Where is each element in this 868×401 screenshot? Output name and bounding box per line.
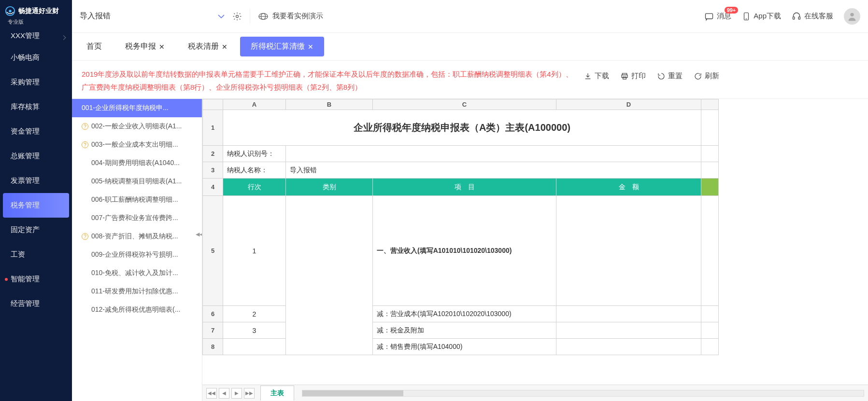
sidebar-item-purchase[interactable]: 采购管理 [0, 70, 72, 95]
sidebar-item-tax[interactable]: 税务管理 [3, 193, 69, 218]
tree-item-003[interactable]: ?003-一般企业成本支出明细... [72, 136, 202, 154]
tab-income-tax-settle[interactable]: 所得税汇算清缴 ✕ [240, 37, 324, 56]
cell-amount-2[interactable] [556, 306, 701, 322]
sidebar-item-smart[interactable]: 智能管理 [0, 267, 72, 291]
svg-rect-9 [793, 16, 795, 19]
sheet-nav-last[interactable]: ▶▶ [244, 388, 255, 399]
headset-icon [792, 12, 801, 21]
form-tree: 001-企业所得税年度纳税申... ?002-一般企业收入明细表(A1... ?… [72, 99, 202, 401]
tree-item-009[interactable]: 009-企业所得税弥补亏损明... [72, 246, 202, 264]
sidebar-item-invoice[interactable]: 发票管理 [0, 168, 72, 193]
print-button[interactable]: 打印 [621, 71, 646, 81]
company-selector[interactable]: 导入报错 [80, 11, 225, 21]
sheet-nav-next[interactable]: ▶ [231, 388, 242, 399]
cell-line-2[interactable]: 2 [223, 306, 286, 322]
taxpayer-id-label[interactable]: 纳税人识别号： [223, 146, 286, 162]
messages-badge: 99+ [725, 7, 739, 14]
sidebar-item-salary[interactable]: 工资 [0, 242, 72, 267]
col-head-c[interactable]: C [373, 99, 556, 110]
row-head-8[interactable]: 8 [203, 339, 223, 355]
cell-amount-4[interactable] [556, 339, 701, 355]
cell-line-3[interactable]: 3 [223, 322, 286, 339]
cell-line-1[interactable]: 1 [223, 196, 286, 306]
row-head-4[interactable]: 4 [203, 179, 223, 196]
tree-item-001[interactable]: 001-企业所得税年度纳税申... [72, 99, 202, 117]
sidebar-item-0[interactable]: XXX管理 [0, 29, 72, 45]
cell-item-2[interactable]: 减：营业成本(填写A102010\102020\103000) [373, 306, 556, 322]
taxpayer-name-label[interactable]: 纳税人名称： [223, 162, 286, 179]
tab-home[interactable]: 首页 [76, 37, 113, 56]
cell-line-4[interactable] [223, 339, 286, 355]
app-download-button[interactable]: App下载 [742, 12, 781, 21]
help-icon[interactable]: ? [82, 141, 88, 148]
divider [250, 9, 250, 24]
taxpayer-name-value[interactable]: 导入报错 [286, 162, 701, 179]
refresh-button[interactable]: 刷新 [694, 71, 719, 81]
header-line[interactable]: 行次 [223, 179, 286, 196]
cell-item-3[interactable]: 减：税金及附加 [373, 322, 556, 339]
tree-item-012[interactable]: 012-减免所得税优惠明细表(... [72, 301, 202, 319]
sidebar-item-assets[interactable]: 固定资产 [0, 218, 72, 242]
sheet-nav-prev[interactable]: ◀ [219, 388, 229, 399]
topbar: 导入报错 我要看实例演示 消息 [72, 0, 868, 33]
download-button[interactable]: 下载 [584, 71, 609, 81]
tab-tax-list[interactable]: 税表清册 ✕ [177, 37, 238, 56]
header-category[interactable]: 类别 [286, 179, 373, 196]
svg-point-1 [9, 10, 12, 13]
row-head-5[interactable]: 5 [203, 196, 223, 306]
tree-item-008[interactable]: ?008-资产折旧、摊销及纳税... [72, 227, 202, 246]
logo-icon [5, 6, 15, 16]
tree-item-002[interactable]: ?002-一般企业收入明细表(A1... [72, 117, 202, 136]
cell-amount-3[interactable] [556, 322, 701, 339]
cell-item-1[interactable]: 一、营业收入(填写A101010\101020\103000) [373, 196, 556, 306]
cell-amount-1[interactable] [556, 196, 701, 306]
header-amount[interactable]: 金 额 [556, 179, 701, 196]
tree-item-011[interactable]: 011-研发费用加计扣除优惠... [72, 282, 202, 301]
row-head-7[interactable]: 7 [203, 322, 223, 339]
row-head-6[interactable]: 6 [203, 306, 223, 322]
sheet-nav-first[interactable]: ◀◀ [206, 388, 217, 399]
close-icon[interactable]: ✕ [308, 43, 313, 51]
sheet-grid[interactable]: A B C D 1 企业所得税年度纳税申报表（A类）主表(A100000) [202, 99, 868, 385]
tree-item-005[interactable]: 005-纳税调整项目明细表(A1... [72, 172, 202, 191]
sheet-tab-main[interactable]: 主表 [260, 386, 294, 401]
close-icon[interactable]: ✕ [159, 43, 165, 51]
cell-category[interactable] [286, 196, 373, 355]
col-head-d[interactable]: D [556, 99, 701, 110]
sheet-title[interactable]: 企业所得税年度纳税申报表（A类）主表(A100000) [223, 110, 701, 146]
reset-button[interactable]: 重置 [657, 71, 683, 81]
col-head-extra[interactable] [701, 99, 719, 110]
support-button[interactable]: 在线客服 [792, 12, 833, 21]
row-head-2[interactable]: 2 [203, 146, 223, 162]
corner-cell[interactable] [203, 99, 223, 110]
collapse-handle[interactable]: ◀◀ [197, 224, 202, 244]
spreadsheet: A B C D 1 企业所得税年度纳税申报表（A类）主表(A100000) [202, 99, 868, 401]
gear-icon[interactable] [232, 12, 242, 21]
row-head-3[interactable]: 3 [203, 162, 223, 179]
help-icon[interactable]: ? [82, 123, 88, 130]
toolbar: 2019年度涉及取以前年度结转数据的申报表单元格需要手工维护正确，才能保证本年及… [72, 61, 868, 98]
sidebar-item-operation[interactable]: 经营管理 [0, 291, 72, 316]
tree-item-007[interactable]: 007-广告费和业务宣传费跨... [72, 209, 202, 227]
row-head-1[interactable]: 1 [203, 110, 223, 146]
taxpayer-id-value[interactable] [286, 146, 701, 162]
tree-item-006[interactable]: 006-职工薪酬纳税调整明细... [72, 191, 202, 209]
sidebar-item-ledger[interactable]: 总账管理 [0, 144, 72, 168]
cell-item-4[interactable]: 减：销售费用(填写A104000) [373, 339, 556, 355]
messages-button[interactable]: 消息 99+ [704, 12, 731, 21]
main-area: 导入报错 我要看实例演示 消息 [72, 0, 868, 401]
avatar[interactable] [844, 8, 860, 25]
help-icon[interactable]: ? [82, 233, 88, 240]
sidebar-item-funds[interactable]: 资金管理 [0, 119, 72, 144]
tab-tax-declare[interactable]: 税务申报 ✕ [114, 37, 175, 56]
sidebar-item-ecommerce[interactable]: 小畅电商 [0, 45, 72, 70]
tree-item-010[interactable]: 010-免税、减计收入及加计... [72, 264, 202, 282]
demo-link[interactable]: 我要看实例演示 [258, 11, 323, 22]
close-icon[interactable]: ✕ [222, 43, 228, 51]
col-head-b[interactable]: B [286, 99, 373, 110]
horizontal-scrollbar[interactable] [302, 390, 864, 397]
col-head-a[interactable]: A [223, 99, 286, 110]
header-item[interactable]: 项 目 [373, 179, 556, 196]
sidebar-item-inventory[interactable]: 库存核算 [0, 95, 72, 119]
tree-item-004[interactable]: 004-期间费用明细表(A1040... [72, 154, 202, 172]
